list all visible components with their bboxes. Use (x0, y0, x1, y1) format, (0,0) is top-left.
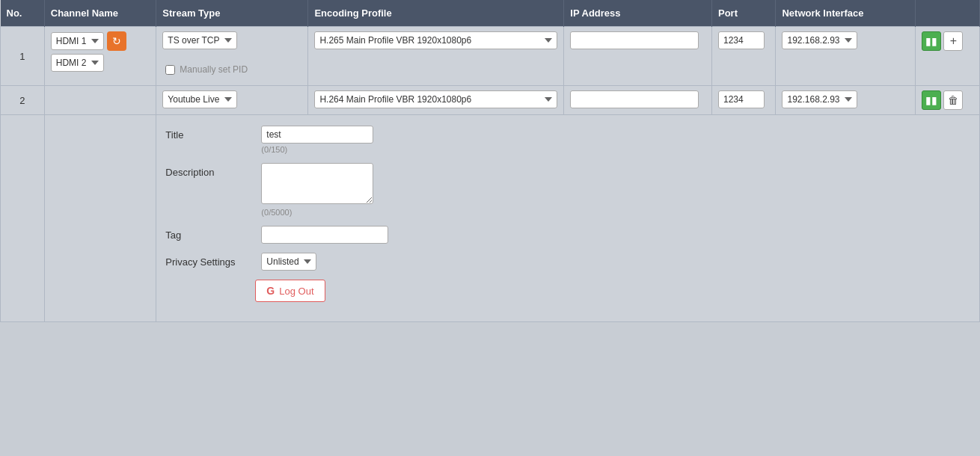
tag-input[interactable] (261, 226, 388, 244)
row1-stream-type-select[interactable]: TS over TCP Youtube Live (162, 31, 237, 49)
row2-form-ch-spacer (44, 115, 156, 322)
tag-label: Tag (165, 226, 255, 241)
row2-form-cell: Title (0/150) Description (0/5000) (156, 115, 980, 322)
row2-delete-button[interactable]: 🗑 (943, 90, 963, 110)
row2-port-input[interactable] (718, 90, 765, 108)
row2-no: 2 (1, 86, 45, 115)
row2-port-cell (711, 86, 775, 115)
row2-stream-type-cell: Youtube Live TS over TCP (156, 86, 308, 115)
row1-port-cell (711, 27, 775, 86)
row2-actions-cell: ▮▮ 🗑 (916, 86, 980, 115)
row2-ip-input[interactable] (570, 90, 699, 108)
row2-ip-cell (564, 86, 712, 115)
row1-channel-cell: HDMI 1 HDMI 2 ↻ HDMI 2 HDMI 1 (44, 27, 156, 86)
row1-channel1-select[interactable]: HDMI 1 HDMI 2 (51, 32, 104, 50)
header-ip-address: IP Address (564, 0, 712, 27)
row1-actions-cell: ▮▮ + (916, 27, 980, 86)
header-actions (916, 0, 980, 27)
row1-stream-type-cell: TS over TCP Youtube Live Manually set PI… (156, 27, 308, 86)
row1-channel2-select[interactable]: HDMI 2 HDMI 1 (51, 54, 104, 72)
row1-encoding-profile-select[interactable]: H.265 Main Profile VBR 1920x1080p6 (314, 31, 557, 49)
row1-refresh-button[interactable]: ↻ (107, 31, 126, 51)
title-char-count: (0/150) (261, 145, 456, 154)
header-channel-name: Channel Name (44, 0, 156, 27)
row1-encoding-profile-cell: H.265 Main Profile VBR 1920x1080p6 (308, 27, 564, 86)
privacy-select[interactable]: Unlisted Public Private (261, 253, 316, 271)
privacy-label: Privacy Settings (165, 253, 255, 268)
row2-ni-cell: 192.168.2.93 (776, 86, 916, 115)
header-stream-type: Stream Type (156, 0, 308, 27)
description-char-count: (0/5000) (261, 208, 456, 217)
title-label: Title (165, 126, 255, 141)
header-no: No. (1, 0, 45, 27)
row1-manually-pid-label: Manually set PID (180, 64, 248, 75)
google-icon: G (266, 285, 275, 297)
row2-stream-type-select[interactable]: Youtube Live TS over TCP (162, 90, 237, 108)
row1-ni-cell: 192.168.2.93 (776, 27, 916, 86)
row2-active-button[interactable]: ▮▮ (922, 90, 941, 110)
header-port: Port (711, 0, 775, 27)
logout-label: Log Out (279, 286, 313, 297)
row2-encoding-profile-select[interactable]: H.264 Main Profile VBR 1920x1080p6 (314, 90, 557, 108)
row2-channel-cell (44, 86, 156, 115)
description-label: Description (165, 163, 255, 178)
row1-port-input[interactable] (718, 31, 765, 49)
row2-ni-select[interactable]: 192.168.2.93 (782, 90, 857, 108)
row1-active-button[interactable]: ▮▮ (922, 31, 941, 51)
title-input[interactable] (261, 126, 373, 144)
row2-form-no-spacer (1, 115, 45, 322)
row1-ip-input[interactable] (570, 31, 699, 49)
logout-button[interactable]: G Log Out (255, 280, 325, 302)
header-encoding-profile: Encoding Profile (308, 0, 564, 27)
row2-encoding-profile-cell: H.264 Main Profile VBR 1920x1080p6 (308, 86, 564, 115)
row1-no: 1 (1, 27, 45, 86)
description-textarea[interactable] (261, 163, 373, 204)
header-network-interface: Network Interface (776, 0, 916, 27)
row1-ip-cell (564, 27, 712, 86)
row1-add-button[interactable]: + (943, 31, 963, 51)
row1-manually-pid-checkbox[interactable] (165, 65, 175, 75)
row1-ni-select[interactable]: 192.168.2.93 (782, 31, 857, 49)
